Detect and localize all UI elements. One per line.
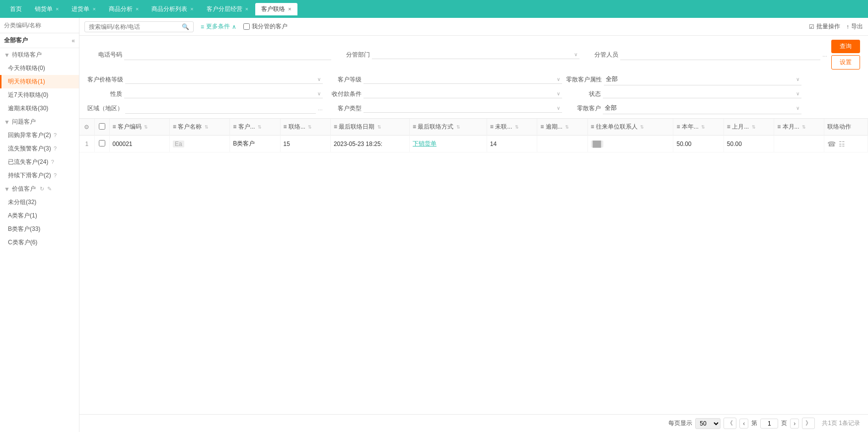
col-contact-num: ≡ 联络... ⇅: [280, 119, 330, 136]
row-checkbox-input[interactable]: [99, 140, 105, 146]
page-input[interactable]: [760, 419, 778, 429]
sidebar-item-repurchase[interactable]: 回购异常客户(2) ?: [0, 129, 79, 142]
nav-sales-close[interactable]: ×: [56, 6, 59, 12]
search-icon[interactable]: 🔍: [182, 23, 189, 30]
last-page-btn[interactable]: 》: [802, 418, 815, 429]
filter-dept: 分管部门 ∨: [335, 50, 579, 59]
next-page-btn[interactable]: ›: [790, 419, 799, 429]
nav-purchase-close[interactable]: ×: [92, 6, 95, 12]
filter-payment-select[interactable]: ∨: [363, 89, 562, 98]
sidebar-item-a-class[interactable]: A类客户(1): [0, 209, 79, 222]
batch-op-label: 批量操作: [816, 22, 840, 31]
nav-purchase-label: 进货单: [72, 5, 89, 13]
col-month-sort[interactable]: ⇅: [802, 125, 806, 130]
search-input[interactable]: [89, 23, 180, 30]
table-header-row: ⚙ ≡ 客户编码 ⇅ ≡ 客户名称 ⇅ ≡: [79, 119, 868, 136]
filter-region-input[interactable]: [125, 103, 316, 114]
filter-status-label: 状态: [566, 90, 601, 98]
sidebar-problem-group[interactable]: ▼ 问题客户: [0, 115, 79, 129]
nav-home[interactable]: 首页: [4, 3, 28, 15]
prev-page-btn[interactable]: ‹: [739, 419, 748, 429]
filter-cust-type: 客户类型 ∨: [327, 104, 562, 113]
last-method-link[interactable]: 下销货单: [413, 140, 436, 147]
query-button[interactable]: 查询: [831, 40, 860, 53]
grid-action-icon[interactable]: ☷: [839, 140, 845, 148]
col-name-sort[interactable]: ⇅: [205, 125, 209, 130]
filter-cust-type-select[interactable]: ∨: [363, 104, 562, 113]
setting-button[interactable]: 设置: [831, 55, 860, 70]
sidebar-all-customers[interactable]: 全部客户 «: [0, 33, 79, 48]
col-not-contacted-sort[interactable]: ⇅: [515, 125, 519, 130]
col-lmonth-sort[interactable]: ⇅: [752, 125, 756, 130]
per-page-label: 每页显示: [668, 419, 692, 428]
filter-phone-input[interactable]: [124, 50, 331, 60]
filter-region-more[interactable]: …: [318, 106, 323, 111]
col-type-sort[interactable]: ⇅: [258, 125, 262, 130]
my-customers-input[interactable]: [243, 23, 250, 30]
sidebar-value-group[interactable]: ▼ 价值客户 ↻ ✎: [0, 182, 79, 196]
sidebar-item-churned[interactable]: 已流失客户(24) ?: [0, 155, 79, 169]
table-row: 1 000021 Ea B类客户 15 2023-05-23 18:25: 下销…: [79, 136, 868, 152]
sidebar-item-churn-warning[interactable]: 流失预警客户(3) ?: [0, 142, 79, 155]
filter-nature-select[interactable]: ∨: [124, 89, 323, 98]
row-last-method[interactable]: 下销货单: [410, 136, 487, 152]
sidebar-collapse-icon[interactable]: «: [72, 37, 75, 44]
nav-sales-label: 销货单: [35, 5, 53, 13]
filter-btn[interactable]: ≡ 更多条件 ∧: [198, 21, 239, 32]
batch-op-btn[interactable]: ☑ 批量操作: [809, 22, 840, 31]
first-page-btn[interactable]: 《: [723, 418, 736, 429]
filter-retail-attr-select[interactable]: 全部 ∨: [604, 73, 801, 85]
nav-analysis[interactable]: 商品分析 ×: [103, 3, 145, 15]
sidebar-item-c-class[interactable]: C类客户(6): [0, 236, 79, 249]
sidebar-item-today[interactable]: 今天待联络(0): [0, 62, 79, 75]
sidebar-item-ungrouped[interactable]: 未分组(32): [0, 196, 79, 209]
sidebar-pending-group[interactable]: ▼ 待联络客户: [0, 48, 79, 62]
sidebar-item-overdue[interactable]: 逾期未联络(30): [0, 102, 79, 115]
phone-action-icon[interactable]: ☎: [827, 140, 836, 148]
sidebar-search-input[interactable]: [4, 22, 78, 29]
col-contacts-sort[interactable]: ⇅: [640, 125, 644, 130]
row-checkbox[interactable]: [94, 136, 109, 152]
nav-customer-tier-close[interactable]: ×: [245, 6, 248, 12]
sidebar-item-7days[interactable]: 近7天待联络(0): [0, 88, 79, 102]
export-btn[interactable]: ↑ 导出: [846, 22, 863, 31]
value-arrow-icon: ▼: [4, 186, 10, 193]
filter-retail-cust-select[interactable]: 全部 ∨: [603, 102, 801, 114]
per-page-select[interactable]: 50 100 200: [695, 418, 721, 429]
filter-phone: 电话号码: [87, 50, 331, 60]
nav-customer-contact-close[interactable]: ×: [288, 6, 291, 12]
filter-manager-input[interactable]: [620, 50, 820, 60]
filter-manager-more[interactable]: …: [822, 52, 827, 58]
col-year-sort[interactable]: ⇅: [701, 125, 705, 130]
sidebar-item-b-class[interactable]: B类客户(33): [0, 222, 79, 236]
nav-sales[interactable]: 销货单 ×: [29, 3, 65, 15]
row-contact-num: 15: [280, 136, 330, 152]
search-box: 🔍: [84, 21, 194, 32]
nav-analysis-close[interactable]: ×: [136, 6, 139, 12]
col-contact-sort[interactable]: ⇅: [308, 125, 312, 130]
nav-customer-tier[interactable]: 客户分层经营 ×: [201, 3, 254, 15]
select-all-checkbox[interactable]: [99, 123, 105, 130]
sidebar-item-declining[interactable]: 持续下滑客户(2) ?: [0, 169, 79, 182]
filter-dept-select[interactable]: ∨: [372, 50, 579, 59]
col-settings[interactable]: ⚙: [79, 119, 94, 136]
filter-price-level-select[interactable]: ∨: [125, 75, 323, 84]
col-checkbox[interactable]: [94, 119, 109, 136]
filter-cust-level-select[interactable]: ∨: [363, 75, 562, 84]
col-code-sort[interactable]: ⇅: [144, 125, 148, 130]
sidebar-item-tomorrow[interactable]: 明天待联络(1): [0, 75, 79, 88]
nav-analysis-list[interactable]: 商品分析列表 ×: [145, 3, 199, 15]
filter-status-select[interactable]: ∨: [603, 89, 801, 98]
row-type: B类客户: [230, 136, 280, 152]
nav-purchase[interactable]: 进货单 ×: [66, 3, 101, 15]
my-customers-checkbox[interactable]: 我分管的客户: [243, 22, 288, 31]
col-overdue-sort[interactable]: ⇅: [565, 125, 569, 130]
sidebar-search-area: 🔍: [0, 18, 79, 33]
nav-customer-contact[interactable]: 客户联络 ×: [255, 3, 297, 15]
filter-cust-type-label: 客户类型: [327, 104, 362, 113]
footer: 每页显示 50 100 200 《 ‹ 第 页 › 》 共1页 1条记录: [79, 414, 868, 432]
nav-analysis-list-close[interactable]: ×: [190, 6, 193, 12]
col-method-sort[interactable]: ⇅: [456, 125, 460, 130]
row-contacts: ██: [587, 136, 673, 152]
col-date-sort[interactable]: ⇅: [377, 125, 381, 130]
